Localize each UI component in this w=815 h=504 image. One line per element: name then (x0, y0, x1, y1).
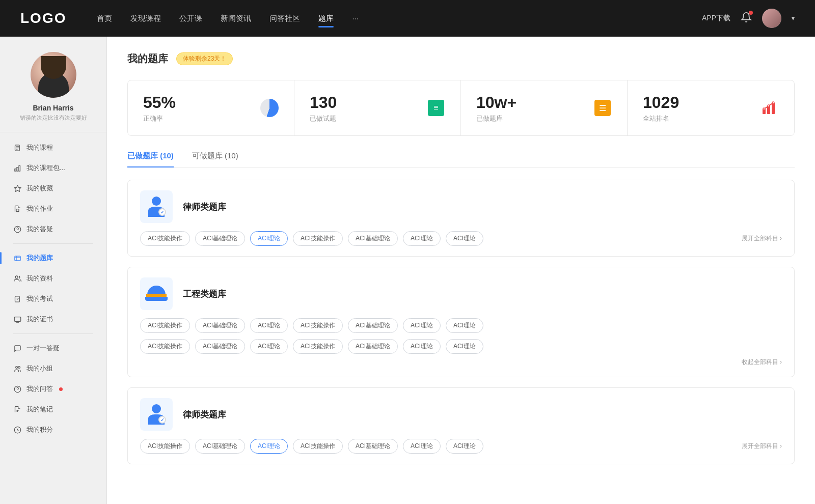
tag[interactable]: ACI基础理论 (195, 318, 245, 333)
svg-point-29 (763, 108, 765, 110)
bank-card-engineer: 工程类题库 ACI技能操作 ACI基础理论 ACI理论 ACI技能操作 ACI基… (127, 267, 795, 377)
bank-card-header: ✓ 律师类题库 (140, 190, 782, 223)
sidebar-label: 一对一答疑 (26, 344, 60, 353)
sidebar-menu: 我的课程 我的课程包... 我的收藏 我的作业 (0, 137, 106, 440)
notification-bell[interactable] (741, 12, 752, 25)
tag[interactable]: ACI技能操作 (140, 339, 190, 354)
nav-question-bank[interactable]: 题库 (318, 12, 334, 25)
tag[interactable]: ACI基础理论 (348, 231, 398, 246)
nav-open-course[interactable]: 公开课 (179, 12, 202, 25)
tag[interactable]: ACI技能操作 (140, 231, 190, 246)
profile-section: Brian Harris 错误的决定比没有决定要好 (0, 52, 106, 132)
bank-title: 律师类题库 (183, 409, 226, 421)
nav-more[interactable]: ··· (352, 12, 359, 25)
sidebar-item-homework[interactable]: 我的作业 (5, 199, 101, 219)
star-icon (13, 184, 21, 192)
book-orange: ☰ (594, 100, 611, 116)
helmet-brim (145, 297, 168, 301)
qa-notification-dot (59, 387, 63, 391)
sidebar-item-favorites[interactable]: 我的收藏 (5, 178, 101, 199)
trial-badge: 体验剩余23天！ (176, 52, 233, 65)
sidebar-label: 我的作业 (26, 204, 53, 213)
sidebar-label: 我的答疑 (26, 225, 53, 234)
sidebar-item-points[interactable]: 我的积分 (5, 419, 101, 440)
ranking-chart (762, 101, 777, 115)
user-avatar[interactable] (762, 9, 781, 28)
bank-icon (13, 254, 21, 262)
bank-title: 工程类题库 (183, 288, 226, 300)
tab-available-banks[interactable]: 可做题库 (10) (192, 151, 238, 167)
svg-point-31 (772, 102, 774, 104)
tag[interactable]: ACI技能操作 (293, 339, 343, 354)
bank-icon-wrapper (140, 277, 173, 310)
tag-active[interactable]: ACI理论 (250, 231, 288, 246)
nav-qa[interactable]: 问答社区 (269, 12, 300, 25)
collapse-link[interactable]: 收起全部科目 › (140, 358, 782, 367)
tag[interactable]: ACI理论 (250, 339, 288, 354)
sidebar-item-profile[interactable]: 我的资料 (5, 268, 101, 289)
tags-row-2: ACI技能操作 ACI基础理论 ACI理论 ACI技能操作 ACI基础理论 AC… (140, 339, 782, 354)
sidebar-item-certificate[interactable]: 我的证书 (5, 309, 101, 329)
lawyer-icon-2: ✓ (145, 403, 168, 426)
tag-active[interactable]: ACI理论 (250, 439, 288, 454)
sidebar-item-group[interactable]: 我的小组 (5, 358, 101, 379)
nav-discover[interactable]: 发现课程 (130, 12, 161, 25)
main-layout: Brian Harris 错误的决定比没有决定要好 我的课程 我的课程包... (0, 37, 815, 504)
question-circle-icon (13, 225, 21, 233)
tag[interactable]: ACI基础理论 (195, 339, 245, 354)
tags-row: ACI技能操作 ACI基础理论 ACI理论 ACI技能操作 ACI基础理论 AC… (140, 231, 782, 246)
expand-link[interactable]: 展开全部科目 › (742, 234, 782, 243)
stat-accuracy: 55% 正确率 (128, 80, 294, 135)
tag[interactable]: ACI理论 (446, 318, 483, 333)
chevron-down-icon[interactable]: ▾ (792, 15, 795, 22)
sidebar-item-course-package[interactable]: 我的课程包... (5, 158, 101, 178)
tag[interactable]: ACI基础理论 (348, 318, 398, 333)
nav-news[interactable]: 新闻资讯 (221, 12, 251, 25)
tag[interactable]: ACI理论 (403, 339, 441, 354)
sidebar-item-question-bank[interactable]: 我的题库 (5, 248, 101, 268)
stat-label: 已做试题 (310, 114, 420, 123)
divider (13, 333, 93, 334)
lawyer-icon: ✓ (145, 195, 168, 218)
sidebar-item-my-course[interactable]: 我的课程 (5, 137, 101, 158)
tag[interactable]: ACI理论 (403, 231, 441, 246)
tag[interactable]: ACI理论 (446, 231, 483, 246)
tab-done-banks[interactable]: 已做题库 (10) (127, 151, 174, 167)
tag[interactable]: ACI理论 (403, 318, 441, 333)
tag[interactable]: ACI基础理论 (195, 439, 245, 454)
tag[interactable]: ACI理论 (250, 318, 288, 333)
bank-card-lawyer-1: ✓ 律师类题库 ACI技能操作 ACI基础理论 ACI理论 ACI技能操作 AC… (127, 180, 795, 257)
expand-link[interactable]: 展开全部科目 › (742, 442, 782, 451)
tag[interactable]: ACI理论 (446, 339, 483, 354)
sidebar-item-my-qa[interactable]: 我的问答 (5, 379, 101, 399)
sidebar-item-one-on-one[interactable]: 一对一答疑 (5, 338, 101, 358)
tag[interactable]: ACI理论 (446, 439, 483, 454)
tag[interactable]: ACI技能操作 (140, 318, 190, 333)
stat-value: 10w+ (476, 93, 586, 112)
tag[interactable]: ACI技能操作 (293, 231, 343, 246)
tag[interactable]: ACI技能操作 (293, 439, 343, 454)
engineer-icon (145, 284, 168, 304)
svg-rect-16 (14, 317, 21, 321)
nav-home[interactable]: 首页 (97, 12, 112, 25)
tag[interactable]: ACI理论 (403, 439, 441, 454)
sidebar-item-notes[interactable]: 我的笔记 (5, 399, 101, 419)
tag[interactable]: ACI技能操作 (293, 318, 343, 333)
sidebar-item-answer-question[interactable]: 我的答疑 (5, 219, 101, 239)
sidebar-label: 我的课程包... (26, 163, 65, 173)
navbar-right: APP下载 ▾ (702, 9, 795, 28)
tag[interactable]: ACI基础理论 (348, 339, 398, 354)
tag[interactable]: ACI基础理论 (195, 231, 245, 246)
stat-value: 55% (143, 93, 253, 112)
sidebar-item-exam[interactable]: 我的考试 (5, 289, 101, 309)
stat-text: 1029 全站排名 (643, 93, 753, 123)
svg-rect-5 (16, 167, 18, 171)
sidebar-label: 我的资料 (26, 274, 53, 283)
tag[interactable]: ACI基础理论 (348, 439, 398, 454)
lawyer-head (152, 197, 161, 206)
svg-rect-4 (14, 169, 16, 171)
page-header: 我的题库 体验剩余23天！ (127, 52, 795, 66)
tag[interactable]: ACI技能操作 (140, 439, 190, 454)
avatar-image (31, 52, 76, 98)
app-download[interactable]: APP下载 (702, 14, 730, 23)
